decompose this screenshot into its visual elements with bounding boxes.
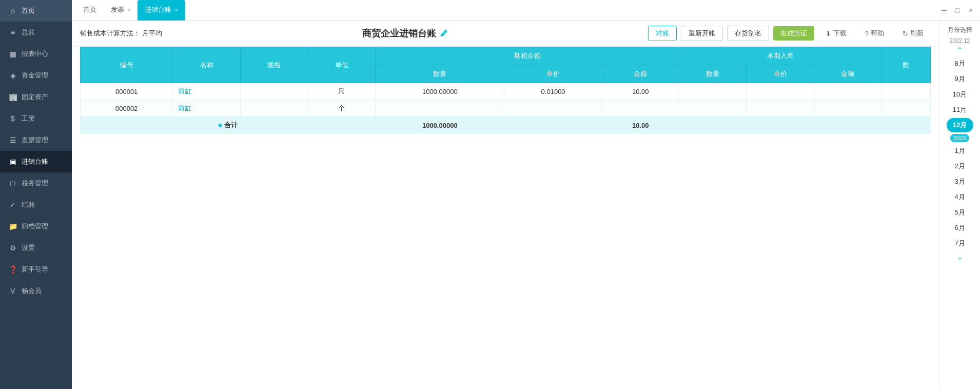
table-row: 000002 前缸 个 (81, 100, 931, 117)
year-2023-badge: 2023 (950, 134, 969, 142)
month-item-8[interactable]: 8月 (947, 56, 973, 71)
tab-home[interactable]: 首页 (76, 0, 104, 21)
cell-unit: 个 (308, 100, 376, 117)
sidebar-item-assets[interactable]: 🏢 固定资产 (0, 86, 72, 108)
sidebar-item-label: 新手引导 (22, 265, 48, 274)
month-nav-up[interactable]: ⌃ (953, 45, 967, 56)
month-nav-down[interactable]: ⌄ (953, 251, 967, 262)
table-header-row-1: 编号 名称 规格 单位 期初余额 本期入库 数 (81, 47, 931, 65)
month-selector-panel: 月份选择 2022.12 ⌃ 8月 9月 10月 11月 12月 2023 1月… (939, 21, 980, 389)
content-area: 销售成本计算方法： 月平均 商贸企业进销台账 🖉 对账 重新开账 存货别名 生成… (72, 21, 980, 389)
month-item-1[interactable]: 1月 (947, 144, 973, 158)
tab-invoice[interactable]: 发票 × (104, 0, 138, 21)
save-alias-button[interactable]: 存货别名 (727, 26, 769, 41)
reopen-button[interactable]: 重新开账 (681, 26, 723, 41)
total-icon: ■ (218, 121, 222, 129)
total-opening-amount: 10.00 (602, 117, 679, 134)
sidebar-item-label: 资金管理 (22, 71, 48, 80)
sidebar-item-label: 固定资产 (22, 92, 48, 102)
close-sales-ledger-tab[interactable]: × (174, 7, 178, 13)
sidebar-item-invoice[interactable]: ☰ 发票管理 (0, 129, 72, 151)
refresh-icon: ↻ (903, 30, 908, 37)
tab-invoice-label: 发票 (111, 5, 124, 14)
cell-name: 前缸 (173, 83, 241, 100)
table-row: 000001 前缸 只 1000.00000 0.01000 10.00 (81, 83, 931, 100)
tab-sales-ledger[interactable]: 进销台账 × (138, 0, 185, 21)
cell-name: 前缸 (173, 100, 241, 117)
table-container: 编号 名称 规格 单位 期初余额 本期入库 数 数量 单价 金额 数 (72, 47, 939, 389)
close-account-icon: ✓ (8, 201, 17, 209)
edit-title-icon[interactable]: 🖉 (440, 29, 447, 37)
cell-unit: 只 (308, 83, 376, 100)
month-item-6[interactable]: 6月 (947, 221, 973, 235)
sidebar-item-settings[interactable]: ⚙ 设置 (0, 237, 72, 259)
sales-ledger-icon: ▣ (8, 158, 17, 166)
month-item-7[interactable]: 7月 (947, 236, 973, 250)
generate-voucher-button[interactable]: 生成凭证 (773, 26, 814, 41)
sidebar-item-member[interactable]: V 畅会员 (0, 280, 72, 302)
col-opening-qty: 数量 (376, 65, 504, 83)
total-in-amount (814, 117, 882, 134)
help-icon: ? (865, 30, 869, 37)
col-unit: 单位 (308, 47, 376, 83)
month-item-3[interactable]: 3月 (947, 174, 973, 189)
cell-in-qty (679, 100, 747, 117)
cost-method-value: 月平均 (142, 29, 162, 37)
tab-bar: 首页 发票 × 进销台账 × ─ □ × (72, 0, 980, 21)
sidebar-item-label: 工资 (22, 114, 35, 123)
cell-id: 000002 (81, 100, 173, 117)
col-id: 编号 (81, 47, 173, 83)
month-item-5[interactable]: 5月 (947, 205, 973, 220)
download-button[interactable]: ⬇ 下载 (818, 26, 854, 41)
close-window-button[interactable]: × (966, 5, 976, 15)
total-in-qty (679, 117, 747, 134)
refresh-button[interactable]: ↻ 刷新 (895, 26, 931, 41)
funds-icon: ◈ (8, 71, 17, 80)
sidebar: ⌂ 首页 ≡ 总账 ▦ 报表中心 ◈ 资金管理 🏢 固定资产 $ 工资 ☰ 发票… (0, 0, 72, 389)
month-item-10[interactable]: 10月 (947, 87, 973, 102)
minimize-button[interactable]: ─ (939, 5, 949, 15)
sidebar-item-guide[interactable]: ❓ 新手引导 (0, 259, 72, 280)
sidebar-item-funds[interactable]: ◈ 资金管理 (0, 65, 72, 86)
month-item-4[interactable]: 4月 (947, 190, 973, 204)
cell-in-amount (814, 100, 882, 117)
month-item-9[interactable]: 9月 (947, 72, 973, 86)
settings-icon: ⚙ (8, 244, 17, 252)
total-in-price (747, 117, 814, 134)
cell-opening-qty: 1000.00000 (376, 83, 504, 100)
window-controls: ─ □ × (939, 5, 976, 15)
cell-spec (240, 100, 308, 117)
cell-opening-amount (602, 100, 679, 117)
col-name: 名称 (173, 47, 241, 83)
month-item-11[interactable]: 11月 (947, 103, 973, 117)
sidebar-item-reports[interactable]: ▦ 报表中心 (0, 43, 72, 65)
archive-icon: 📁 (8, 222, 17, 230)
total-extra (881, 117, 930, 134)
sidebar-item-ledger[interactable]: ≡ 总账 (0, 22, 72, 43)
sidebar-item-home[interactable]: ⌂ 首页 (0, 0, 72, 22)
sidebar-item-label: 归档管理 (22, 222, 48, 231)
month-item-2[interactable]: 2月 (947, 159, 973, 173)
cell-opening-price (504, 100, 602, 117)
page-title-area: 商贸企业进销台账 🖉 (362, 27, 447, 40)
col-opening-balance: 期初余额 (376, 47, 679, 65)
sidebar-item-tax[interactable]: ◻ 税务管理 (0, 172, 72, 194)
reconcile-button[interactable]: 对账 (648, 26, 677, 41)
home-icon: ⌂ (8, 7, 17, 15)
sidebar-item-salary[interactable]: $ 工资 (0, 108, 72, 129)
inventory-table: 编号 名称 规格 单位 期初余额 本期入库 数 数量 单价 金额 数 (80, 47, 931, 134)
total-opening-qty: 1000.00000 (376, 117, 504, 134)
help-button[interactable]: ? 帮助 (858, 26, 891, 41)
month-item-12[interactable]: 12月 (947, 118, 973, 132)
sidebar-item-close-account[interactable]: ✓ 结账 (0, 194, 72, 216)
cell-in-price (747, 83, 814, 100)
sidebar-item-label: 税务管理 (22, 179, 48, 188)
close-invoice-tab[interactable]: × (127, 7, 130, 13)
sidebar-item-sales-ledger[interactable]: ▣ 进销台账 (0, 151, 72, 172)
col-opening-amount: 金额 (602, 65, 679, 83)
maximize-button[interactable]: □ (952, 5, 963, 15)
sidebar-item-archive[interactable]: 📁 归档管理 (0, 216, 72, 237)
cell-opening-amount: 10.00 (602, 83, 679, 100)
cost-method-label: 销售成本计算方法： (80, 29, 140, 37)
sidebar-item-label: 首页 (22, 6, 35, 15)
